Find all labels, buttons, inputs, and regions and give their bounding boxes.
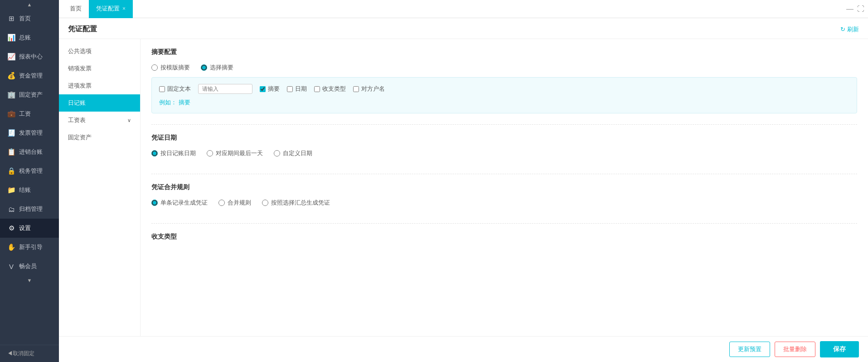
voucher-date-radio-group: 按日记账日期 对应期间最后一天 自定义日期 [151,149,857,157]
home-icon: ⊞ [7,15,15,23]
sidebar-item-member[interactable]: V 畅会员 [0,257,59,276]
chevron-down-icon: ∨ [127,117,131,123]
sidebar-scroll-up[interactable]: ▲ [0,0,59,9]
sidebar-item-salary[interactable]: 💼 工资 [0,104,59,123]
sidebar-item-asset[interactable]: 🏢 固定资产 [0,85,59,104]
sidebar-item-report[interactable]: 📈 报表中心 [0,47,59,66]
radio-custom-date[interactable]: 自定义日期 [274,149,312,157]
cb-fixed-text-input[interactable] [159,86,165,92]
left-nav: 公共选项 销项发票 进项发票 日记账 工资表 ∨ 固定资产 [59,39,141,336]
radio-last-day[interactable]: 对应期间最后一天 [207,149,263,157]
voucher-date-section: 凭证日期 按日记账日期 对应期间最后一天 自定义日期 [151,134,857,174]
radio-select-abstract[interactable]: 选择摘要 [201,64,233,72]
unpin-sidebar-button[interactable]: ◀取消固定 [0,345,59,362]
merge-rule-section: 凭证合并规则 单条记录生成凭证 合并规则 按照选择汇总生成凭证 [151,183,857,224]
main-area: 首页 凭证配置 × — ⛶ 凭证配置 ↻ 刷新 公共选项 [59,0,868,362]
nav-item-public[interactable]: 公共选项 [59,43,140,60]
radio-custom-date-input[interactable] [274,150,280,157]
sidebar-item-trading[interactable]: 📋 进销台账 [0,142,59,161]
radio-merge[interactable]: 合并规则 [218,199,251,207]
tab-home[interactable]: 首页 [63,0,89,18]
cb-date[interactable]: 日期 [287,85,307,93]
batch-delete-button[interactable]: 批量删除 [775,342,815,357]
refresh-icon: ↻ [840,26,845,33]
cb-fixed-text[interactable]: 固定文本 [159,85,191,93]
cb-counterpart-input[interactable] [353,86,359,92]
fund-icon: 💰 [7,72,15,80]
radio-last-day-input[interactable] [207,150,213,157]
radio-single[interactable]: 单条记录生成凭证 [151,199,208,207]
sidebar-item-home[interactable]: ⊞ 首页 [0,9,59,28]
income-type-section: 收支类型 [151,233,857,259]
radio-batch[interactable]: 按照选择汇总生成凭证 [262,199,330,207]
sidebar-item-guide[interactable]: ✋ 新手引导 [0,238,59,257]
merge-rule-title: 凭证合并规则 [151,183,857,191]
sidebar-item-tax[interactable]: 🔒 税务管理 [0,161,59,181]
sidebar-item-ledger[interactable]: 📊 总账 [0,28,59,47]
cb-counterpart[interactable]: 对方户名 [353,85,385,93]
tab-voucher-config[interactable]: 凭证配置 × [89,0,133,18]
abstract-config-box: 固定文本 摘要 日期 [151,77,857,113]
asset-icon: 🏢 [7,91,15,99]
radio-template-input[interactable] [151,64,158,71]
cb-date-input[interactable] [287,86,293,92]
radio-journal-date[interactable]: 按日记账日期 [151,149,196,157]
sidebar: ▲ ⊞ 首页 📊 总账 📈 报表中心 💰 资金管理 🏢 固定资产 💼 工资 🧾 … [0,0,59,362]
abstract-checkbox-row: 固定文本 摘要 日期 [159,84,849,94]
right-content: 摘要配置 按模版摘要 选择摘要 [141,39,868,336]
income-type-title: 收支类型 [151,233,857,241]
ledger-icon: 📊 [7,34,15,42]
sidebar-item-invoice[interactable]: 🧾 发票管理 [0,123,59,142]
refresh-button[interactable]: ↻ 刷新 [840,25,859,34]
nav-item-payroll[interactable]: 工资表 ∨ [59,112,140,129]
nav-item-purchase[interactable]: 进项发票 [59,77,140,94]
radio-template-abstract[interactable]: 按模版摘要 [151,64,190,72]
nav-item-journal[interactable]: 日记账 [59,94,140,112]
trading-icon: 📋 [7,148,15,156]
tax-icon: 🔒 [7,167,15,175]
abstract-section-title: 摘要配置 [151,48,857,56]
sidebar-scroll-down[interactable]: ▼ [0,276,59,285]
page-title: 凭证配置 [68,24,97,34]
archive-icon: 🗂 [7,205,15,213]
tab-close-button[interactable]: × [122,5,126,12]
member-icon: V [7,263,15,270]
radio-merge-input[interactable] [218,200,225,206]
sidebar-item-fund[interactable]: 💰 资金管理 [0,66,59,85]
sidebar-item-settings[interactable]: ⚙ 设置 [0,219,59,238]
cb-pay-type-input[interactable] [314,86,320,92]
minimize-button[interactable]: — [846,5,853,13]
nav-item-fixed-asset[interactable]: 固定资产 [59,129,140,146]
settings-icon: ⚙ [7,224,15,232]
nav-item-sales[interactable]: 销项发票 [59,60,140,77]
abstract-preview: 例如： 摘要 [159,98,849,107]
bottom-bar: 更新预置 批量删除 保存 [59,336,868,362]
radio-batch-input[interactable] [262,200,268,206]
invoice-icon: 🧾 [7,129,15,137]
update-preview-button[interactable]: 更新预置 [729,342,770,357]
abstract-section: 摘要配置 按模版摘要 选择摘要 [151,48,857,125]
tab-bar: 首页 凭证配置 × — ⛶ [59,0,868,18]
salary-icon: 💼 [7,110,15,118]
page-header: 凭证配置 ↻ 刷新 [59,18,868,39]
cb-pay-type[interactable]: 收支类型 [314,85,346,93]
abstract-radio-group: 按模版摘要 选择摘要 [151,64,857,72]
cb-abstract-input[interactable] [260,86,266,92]
close-accounts-icon: 📁 [7,186,15,194]
guide-icon: ✋ [7,243,15,251]
body-layout: 公共选项 销项发票 进项发票 日记账 工资表 ∨ 固定资产 [59,39,868,336]
cb-abstract[interactable]: 摘要 [260,85,280,93]
fixed-text-input[interactable] [198,84,252,94]
sidebar-item-archive[interactable]: 🗂 归档管理 [0,200,59,219]
report-icon: 📈 [7,53,15,61]
window-controls: — ⛶ [846,5,864,13]
save-button[interactable]: 保存 [820,341,859,357]
radio-select-input[interactable] [201,64,207,71]
radio-single-input[interactable] [151,200,158,206]
voucher-date-title: 凭证日期 [151,134,857,142]
maximize-button[interactable]: ⛶ [857,5,864,13]
radio-journal-date-input[interactable] [151,150,158,157]
content-area: 凭证配置 ↻ 刷新 公共选项 销项发票 进项发票 日记账 [59,18,868,362]
merge-rule-radio-group: 单条记录生成凭证 合并规则 按照选择汇总生成凭证 [151,199,857,207]
sidebar-item-close[interactable]: 📁 结账 [0,181,59,200]
